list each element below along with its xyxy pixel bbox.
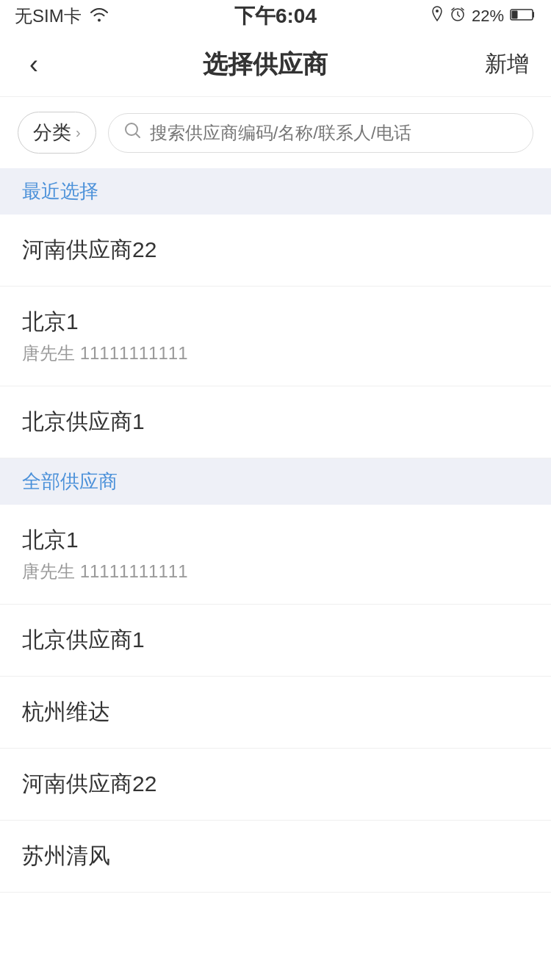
item-sub: 唐先生 11111111111 [22,560,529,583]
list-item[interactable]: 杭州维达 [0,677,551,749]
carrier-text: 无SIM卡 [15,4,82,28]
battery-icon [510,7,536,26]
svg-point-0 [436,10,439,12]
item-name: 苏州清风 [22,841,529,871]
search-input[interactable] [150,123,518,143]
search-icon [123,121,143,145]
list-item[interactable]: 苏州清风 [0,821,551,893]
category-button[interactable]: 分类 › [18,112,96,154]
all-items-list: 北京1 唐先生 11111111111 北京供应商1 杭州维达 河南供应商22 … [0,505,551,893]
item-name: 北京供应商1 [22,407,529,437]
item-name: 北京供应商1 [22,625,529,655]
item-name: 北京1 [22,307,529,337]
chevron-right-icon: › [76,124,81,141]
recent-items-list: 河南供应商22 北京1 唐先生 11111111111 北京供应商1 [0,215,551,458]
item-name: 杭州维达 [22,697,529,727]
location-icon [431,6,444,26]
list-item[interactable]: 河南供应商22 [0,215,551,287]
status-bar: 无SIM卡 下午6:04 22% [0,0,551,32]
item-name: 北京1 [22,525,529,555]
filter-bar: 分类 › [0,97,551,168]
category-label: 分类 [33,120,71,145]
back-button[interactable]: ‹ [22,42,46,87]
all-section-header: 全部供应商 [0,458,551,505]
search-box[interactable] [108,113,533,153]
nav-bar: ‹ 选择供应商 新增 [0,32,551,97]
status-time: 下午6:04 [234,2,317,30]
list-item[interactable]: 北京供应商1 [0,605,551,677]
add-button[interactable]: 新增 [485,49,529,79]
status-left: 无SIM卡 [15,4,109,28]
list-item[interactable]: 河南供应商22 [0,749,551,821]
item-name: 河南供应商22 [22,235,529,265]
recent-section-header: 最近选择 [0,168,551,215]
battery-text: 22% [472,7,504,26]
alarm-icon [450,6,466,26]
page-title: 选择供应商 [203,48,328,82]
list-item[interactable]: 北京供应商1 [0,386,551,458]
wifi-icon [89,6,109,26]
status-right: 22% [431,6,536,26]
item-name: 河南供应商22 [22,769,529,799]
item-sub: 唐先生 11111111111 [22,342,529,365]
list-item[interactable]: 北京1 唐先生 11111111111 [0,287,551,386]
svg-rect-3 [512,11,518,19]
list-item[interactable]: 北京1 唐先生 11111111111 [0,505,551,605]
